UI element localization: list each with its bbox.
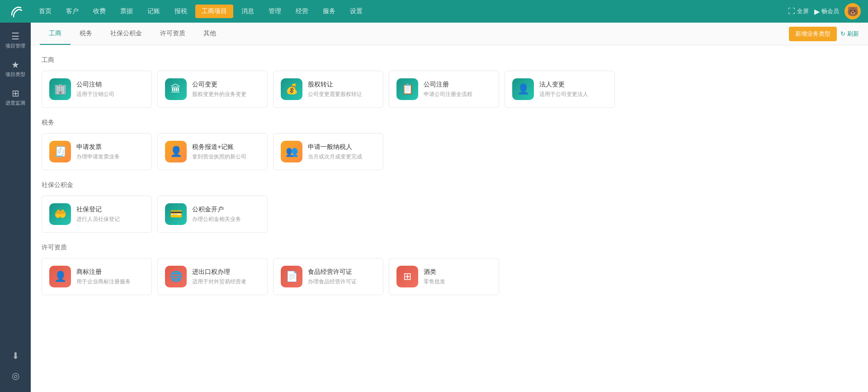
sidebar-bottom-item[interactable]: ⬇ (8, 347, 23, 365)
sidebar-label: 进度监测 (5, 100, 25, 106)
nav-item-消息[interactable]: 消息 (235, 5, 260, 18)
nav-item-客户[interactable]: 客户 (60, 5, 85, 18)
fullscreen-button[interactable]: ⛶ 全屏 (788, 7, 809, 15)
card-name: 公司变更 (192, 81, 260, 89)
main-area: ☰项目管理★项目类型⊞进度监测⬇◎ 工商税务社保公积金许可资质其他 新增业务类型… (0, 23, 868, 392)
card-name: 食品经营许可证 (308, 268, 376, 276)
card-desc: 申请公司注册全流程 (424, 91, 491, 98)
card-icon: 🤲 (49, 203, 71, 225)
top-nav-right: ⛶ 全屏 ▶ 畅会员 🐻 (788, 3, 861, 19)
nav-item-设置[interactable]: 设置 (344, 5, 369, 18)
card-desc: 办理公积金相关业务 (192, 215, 260, 223)
nav-item-票据[interactable]: 票据 (114, 5, 139, 18)
card-社保登记[interactable]: 🤲 社保登记 进行人员社保登记 (42, 196, 152, 233)
card-name: 酒类 (424, 268, 491, 276)
card-icon: 💳 (165, 203, 187, 225)
user-avatar[interactable]: 🐻 (844, 3, 861, 19)
top-navigation: 首页客户收费票据记账报税工商项目消息管理经营服务设置 ⛶ 全屏 ▶ 畅会员 🐻 (0, 0, 868, 23)
sidebar-bottom-item[interactable]: ◎ (8, 367, 23, 385)
card-desc: 拿到营业执照的新公司 (192, 153, 260, 161)
sidebar: ☰项目管理★项目类型⊞进度监测⬇◎ (0, 23, 31, 392)
card-info: 申请发票 办理申请发票业务 (76, 143, 144, 161)
card-icon: 🌐 (165, 266, 187, 287)
card-icon: 👥 (281, 141, 302, 163)
card-info: 法人变更 适用于公司变更法人 (539, 81, 607, 98)
card-name: 税务报道+记账 (192, 143, 260, 151)
section-title: 许可资质 (42, 244, 857, 252)
nav-item-管理[interactable]: 管理 (262, 5, 288, 18)
card-icon: 🧾 (49, 141, 71, 163)
sidebar-label: 项目管理 (5, 43, 25, 49)
nav-item-记账[interactable]: 记账 (141, 5, 166, 18)
nav-item-收费[interactable]: 收费 (87, 5, 112, 18)
card-icon: 🏢 (49, 78, 71, 100)
nav-item-首页[interactable]: 首页 (33, 5, 58, 18)
card-食品经营许可证[interactable]: 📄 食品经营许可证 办理食品经营许可证 (273, 258, 383, 295)
card-info: 进出口权办理 适用于对外贸易经营者 (192, 268, 260, 286)
card-法人变更[interactable]: 👤 法人变更 适用于公司变更法人 (505, 71, 615, 108)
card-icon: 📄 (281, 266, 302, 287)
card-税务报道+记账[interactable]: 👤 税务报道+记账 拿到营业执照的新公司 (157, 133, 268, 170)
content-area: 工商税务社保公积金许可资质其他 新增业务类型 ↻ 刷新 工商 🏢 公司注销 适用… (31, 23, 868, 392)
card-info: 股权转让 公司变更需要股权转让 (308, 81, 376, 98)
nav-item-报税[interactable]: 报税 (168, 5, 193, 18)
card-desc: 公司变更需要股权转让 (308, 91, 376, 98)
card-info: 税务报道+记账 拿到营业执照的新公司 (192, 143, 260, 161)
card-股权转让[interactable]: 💰 股权转让 公司变更需要股权转让 (273, 71, 383, 108)
card-公司变更[interactable]: 🏛 公司变更 股权变更外的业务变更 (157, 71, 268, 108)
vip-button[interactable]: ▶ 畅会员 (814, 7, 839, 16)
nav-item-经营[interactable]: 经营 (289, 5, 315, 18)
card-desc: 办理申请发票业务 (76, 153, 144, 161)
card-desc: 适用于注销公司 (76, 91, 144, 98)
card-desc: 用于企业商标注册服务 (76, 278, 144, 286)
card-申请发票[interactable]: 🧾 申请发票 办理申请发票业务 (42, 133, 152, 170)
card-申请一般纳税人[interactable]: 👥 申请一般纳税人 当月或次月成变更完成 (273, 133, 383, 170)
card-icon: ⊞ (396, 266, 418, 287)
tab-bar-right: 新增业务类型 ↻ 刷新 (789, 27, 859, 41)
card-进出口权办理[interactable]: 🌐 进出口权办理 适用于对外贸易经营者 (157, 258, 268, 295)
card-name: 商标注册 (76, 268, 144, 276)
card-商标注册[interactable]: 👤 商标注册 用于企业商标注册服务 (42, 258, 152, 295)
sidebar-item-项目管理[interactable]: ☰项目管理 (0, 26, 31, 55)
card-公积金开户[interactable]: 💳 公积金开户 办理公积金相关业务 (157, 196, 268, 233)
cards-grid: 👤 商标注册 用于企业商标注册服务 🌐 进出口权办理 适用于对外贸易经营者 📄 … (42, 258, 857, 295)
card-公司注销[interactable]: 🏢 公司注销 适用于注销公司 (42, 71, 152, 108)
scroll-area[interactable]: 工商 🏢 公司注销 适用于注销公司 🏛 公司变更 股权变更外的业务变更 💰 股权… (31, 45, 868, 392)
card-icon: 🏛 (165, 78, 187, 100)
section-工商: 工商 🏢 公司注销 适用于注销公司 🏛 公司变更 股权变更外的业务变更 💰 股权… (42, 56, 857, 108)
card-desc: 进行人员社保登记 (76, 215, 144, 223)
card-icon: 👤 (165, 141, 187, 163)
card-name: 公司注销 (76, 81, 144, 89)
section-title: 工商 (42, 56, 857, 64)
sidebar-label: 项目类型 (5, 71, 25, 78)
refresh-button[interactable]: ↻ 刷新 (840, 30, 859, 38)
sidebar-icon: ☰ (11, 32, 19, 41)
cards-grid: 🧾 申请发票 办理申请发票业务 👤 税务报道+记账 拿到营业执照的新公司 👥 申… (42, 133, 857, 170)
card-name: 股权转让 (308, 81, 376, 89)
tab-工商[interactable]: 工商 (40, 23, 71, 45)
card-公司注册[interactable]: 📋 公司注册 申请公司注册全流程 (389, 71, 499, 108)
card-info: 申请一般纳税人 当月或次月成变更完成 (308, 143, 376, 161)
tab-items: 工商税务社保公积金许可资质其他 (40, 23, 789, 44)
sidebar-icon: ⊞ (12, 89, 19, 98)
sidebar-item-进度监测[interactable]: ⊞进度监测 (0, 83, 31, 112)
card-酒类[interactable]: ⊞ 酒类 零售批发 (389, 258, 499, 295)
nav-item-工商项目[interactable]: 工商项目 (195, 5, 233, 18)
tab-其他[interactable]: 其他 (194, 23, 225, 45)
sidebar-item-项目类型[interactable]: ★项目类型 (0, 55, 31, 83)
new-type-button[interactable]: 新增业务类型 (789, 27, 837, 41)
tab-社保公积金[interactable]: 社保公积金 (101, 23, 151, 45)
card-info: 食品经营许可证 办理食品经营许可证 (308, 268, 376, 286)
card-info: 公司变更 股权变更外的业务变更 (192, 81, 260, 98)
tab-税务[interactable]: 税务 (71, 23, 101, 45)
nav-item-服务[interactable]: 服务 (316, 5, 342, 18)
card-info: 公司注册 申请公司注册全流程 (424, 81, 491, 98)
card-desc: 适用于对外贸易经营者 (192, 278, 260, 286)
card-info: 公积金开户 办理公积金相关业务 (192, 206, 260, 223)
card-desc: 适用于公司变更法人 (539, 91, 607, 98)
tab-许可资质[interactable]: 许可资质 (151, 23, 194, 45)
card-desc: 办理食品经营许可证 (308, 278, 376, 286)
section-社保公积金: 社保公积金 🤲 社保登记 进行人员社保登记 💳 公积金开户 办理公积金相关业务 (42, 181, 857, 233)
card-name: 进出口权办理 (192, 268, 260, 276)
card-desc: 零售批发 (424, 278, 491, 286)
